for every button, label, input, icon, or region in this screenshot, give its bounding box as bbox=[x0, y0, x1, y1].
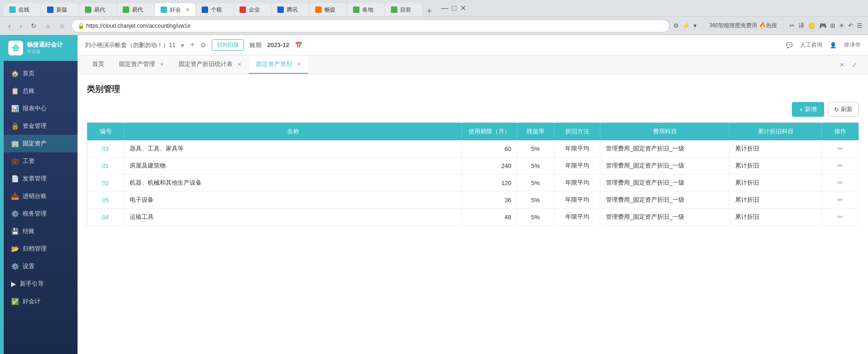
archive-icon: 📂 bbox=[11, 245, 19, 252]
forward-button[interactable]: › bbox=[17, 20, 25, 31]
browser-tab-4[interactable]: 易代 bbox=[117, 3, 154, 16]
minimize-button[interactable]: — bbox=[441, 4, 449, 12]
sidebar: 会 畅捷通好会计 专业版 🏠 首页 📋 总账 📊 报表中心 🔒 资金管理 bbox=[4, 35, 78, 354]
sidebar-item-closing[interactable]: 💾 结账 bbox=[4, 222, 78, 240]
tab-list: 在线 新版 易代 易代 好会 ✕ 个税 企业 腾讯 bbox=[4, 0, 436, 16]
cell-code-1[interactable]: 01 bbox=[87, 157, 124, 174]
tab-nav-close-icon[interactable]: ✕ bbox=[836, 58, 848, 72]
sidebar-item-tax[interactable]: ⚙️ 税务管理 bbox=[4, 205, 78, 222]
cell-accum-4: 累计折旧 bbox=[730, 209, 822, 226]
cell-code-3[interactable]: 05 bbox=[87, 192, 124, 209]
sidebar-item-archive[interactable]: 📂 归档管理 bbox=[4, 240, 78, 258]
browser-tab-11[interactable]: 目前 bbox=[385, 3, 422, 16]
new-tab-button[interactable]: + bbox=[423, 6, 436, 16]
reload-button[interactable]: ↻ bbox=[28, 20, 39, 31]
app-tab-fixed-mgmt-label: 固定资产管理 bbox=[119, 60, 155, 68]
edit-icon-4[interactable]: ✏ bbox=[838, 213, 843, 221]
browser-tab-label-9: 畅提 bbox=[324, 6, 335, 14]
dropdown-arrow-icon[interactable]: ▾ bbox=[181, 42, 184, 49]
game-icon[interactable]: 🎮 bbox=[819, 22, 826, 29]
sidebar-item-home[interactable]: 🏠 首页 bbox=[4, 65, 78, 82]
edit-icon-0[interactable]: ✏ bbox=[838, 145, 843, 152]
translate-icon[interactable]: 译 bbox=[798, 22, 804, 30]
table-toolbar: + 新增 ↻ 刷新 bbox=[87, 102, 859, 117]
app-tab-category[interactable]: 固定资产类别 ✕ bbox=[249, 55, 308, 74]
refresh-button[interactable]: ↻ 刷新 bbox=[828, 102, 859, 117]
add-label: 新增 bbox=[805, 105, 817, 114]
tab-favicon-6 bbox=[202, 6, 208, 13]
cell-accum-2: 累计折旧 bbox=[730, 174, 822, 192]
app-tab-depreciation[interactable]: 固定资产折旧统计表 ✕ bbox=[171, 55, 249, 74]
cell-code-0[interactable]: 03 bbox=[87, 140, 124, 157]
sidebar-item-payroll[interactable]: 💼 工资 bbox=[4, 152, 78, 170]
sidebar-item-inventory[interactable]: 📥 进销台账 bbox=[4, 187, 78, 205]
guide-icon: ▶ bbox=[11, 280, 16, 288]
home-button[interactable]: ⌂ bbox=[43, 20, 52, 31]
sidebar-item-guide[interactable]: ▶ 新手引导 bbox=[4, 275, 78, 293]
edit-icon-2[interactable]: ✏ bbox=[838, 179, 843, 186]
tab-favicon-11 bbox=[391, 6, 397, 13]
coin-icon[interactable]: 🪙 bbox=[808, 22, 815, 29]
tab-nav-expand-icon[interactable]: ⤢ bbox=[848, 58, 861, 72]
logo-icon: 会 bbox=[8, 41, 23, 55]
sidebar-item-reports[interactable]: 📊 报表中心 bbox=[4, 100, 78, 117]
sidebar-item-settings[interactable]: ⚙️ 设置 bbox=[4, 258, 78, 275]
maximize-button[interactable]: □ bbox=[452, 4, 457, 12]
sidebar-label-reports: 报表中心 bbox=[23, 104, 47, 113]
cell-name-3: 电子设备 bbox=[124, 192, 462, 209]
edit-icon-3[interactable]: ✏ bbox=[838, 196, 843, 204]
browser-tab-8[interactable]: 腾讯 bbox=[272, 3, 309, 16]
browser-tab-label-6: 个税 bbox=[211, 6, 222, 14]
close-window-button[interactable]: ✕ bbox=[460, 4, 466, 12]
sun-icon[interactable]: ☀ bbox=[839, 22, 844, 29]
extensions-icon[interactable]: ⚙ bbox=[673, 22, 679, 29]
app-tab-depreciation-close[interactable]: ✕ bbox=[237, 61, 241, 67]
tab-favicon-9 bbox=[315, 6, 322, 13]
cell-period-4: 48 bbox=[462, 209, 517, 226]
app-tab-fixed-mgmt[interactable]: 固定资产管理 ✕ bbox=[112, 55, 171, 74]
sidebar-label-ledger: 总账 bbox=[23, 87, 35, 95]
browser-tab-9[interactable]: 畅提 bbox=[310, 3, 347, 16]
browser-tab-3[interactable]: 易代 bbox=[79, 3, 116, 16]
dropdown-arrow[interactable]: ▾ bbox=[694, 22, 697, 29]
calendar-icon[interactable]: 📅 bbox=[295, 42, 302, 48]
browser-tab-10[interactable]: 各地 bbox=[347, 3, 384, 16]
service-label[interactable]: 人工咨询 bbox=[800, 41, 822, 49]
app-tab-category-close[interactable]: ✕ bbox=[297, 61, 301, 67]
switch-to-old-button[interactable]: 切到旧版 bbox=[212, 39, 244, 51]
refresh-label: 刷新 bbox=[841, 105, 853, 114]
sidebar-item-fixed-assets[interactable]: 🏢 固定资产 bbox=[4, 135, 78, 152]
lightning-icon[interactable]: ⚡ bbox=[682, 22, 690, 29]
add-button[interactable]: + 新增 bbox=[792, 102, 824, 117]
home-icon: 🏠 bbox=[11, 70, 19, 77]
sidebar-item-funds[interactable]: 🔒 资金管理 bbox=[4, 117, 78, 135]
sidebar-item-ledger[interactable]: 📋 总账 bbox=[4, 82, 78, 100]
browser-tab-1[interactable]: 在线 bbox=[4, 3, 41, 16]
menu-icon[interactable]: ☰ bbox=[857, 22, 862, 29]
add-account-button[interactable]: + bbox=[190, 40, 195, 50]
browser-tab-7[interactable]: 企业 bbox=[234, 3, 271, 16]
undo-icon[interactable]: ↶ bbox=[848, 22, 853, 29]
browser-tab-6[interactable]: 个税 bbox=[196, 3, 233, 16]
cell-name-0: 器具、工具、家具等 bbox=[124, 140, 462, 157]
tab-favicon-5 bbox=[161, 6, 167, 13]
edit-icon-1[interactable]: ✏ bbox=[838, 162, 843, 169]
sidebar-nav: 🏠 首页 📋 总账 📊 报表中心 🔒 资金管理 🏢 固定资产 💼 工资 bbox=[4, 61, 78, 354]
sidebar-item-good-accounting[interactable]: ✅ 好会计 bbox=[4, 293, 78, 310]
bookmark-button[interactable]: ☆ bbox=[56, 20, 68, 31]
app-tab-home[interactable]: 首页 bbox=[85, 55, 112, 74]
browser-tab-5[interactable]: 好会 ✕ bbox=[155, 3, 195, 16]
scissors-icon[interactable]: ✂ bbox=[790, 22, 795, 29]
address-input[interactable]: 🔒 https://cloud.chanjet.com/accounting/u… bbox=[72, 19, 670, 32]
tab-close-5[interactable]: ✕ bbox=[186, 7, 190, 13]
sidebar-item-invoice[interactable]: 📄 发票管理 bbox=[4, 170, 78, 187]
browser-tab-label-4: 易代 bbox=[132, 6, 143, 14]
settings-gear-icon[interactable]: ⚙ bbox=[200, 42, 206, 49]
browser-tab-2[interactable]: 新版 bbox=[42, 3, 78, 16]
cell-code-2[interactable]: 02 bbox=[87, 174, 124, 192]
table-body: 03 器具、工具、家具等 60 5% 年限平均 管理费用_固定资产折旧_一级 累… bbox=[87, 140, 859, 226]
app-tab-fixed-mgmt-close[interactable]: ✕ bbox=[160, 61, 164, 67]
grid-icon[interactable]: ⊞ bbox=[830, 22, 835, 29]
back-button[interactable]: ‹ bbox=[6, 20, 13, 31]
cell-code-4[interactable]: 04 bbox=[87, 209, 124, 226]
